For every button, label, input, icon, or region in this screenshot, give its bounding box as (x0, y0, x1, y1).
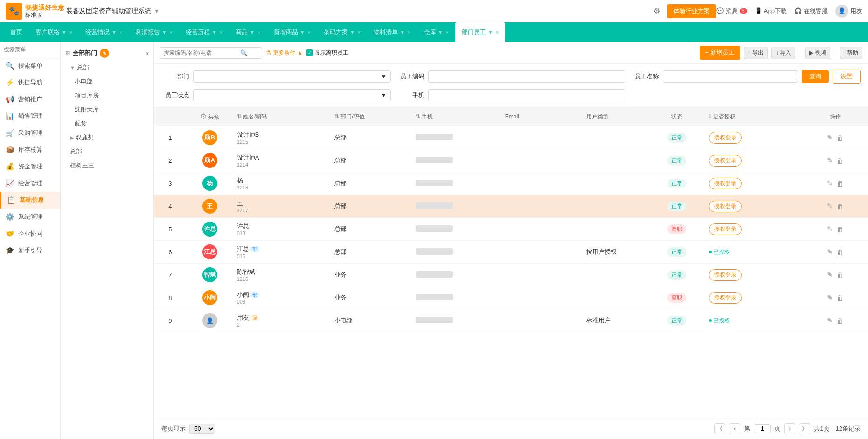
trial-button[interactable]: 体验行业方案 (667, 4, 716, 18)
sidebar-item-搜索菜单[interactable]: 🔍 搜索菜单 (0, 57, 60, 74)
nav-tab-新增商品[interactable]: 新增商品▼× (267, 22, 317, 42)
nav-tab-条码方案[interactable]: 条码方案▼× (317, 22, 367, 42)
nav-tab-部门员工[interactable]: 部门员工▼× (455, 22, 505, 42)
auth-login-button[interactable]: 授权登录 (709, 178, 742, 189)
nav-tab-close[interactable]: × (257, 29, 260, 35)
message-button[interactable]: 💬 消息 5 (716, 7, 747, 15)
more-conditions-button[interactable]: ⚗ 更多条件 ▲ (266, 49, 303, 57)
nav-tab-物料清单[interactable]: 物料清单▼× (367, 22, 417, 42)
nav-tab-利润报告[interactable]: 利润报告▼× (129, 22, 179, 42)
query-button[interactable]: 查询 (802, 70, 829, 83)
next-page-button[interactable]: › (784, 423, 795, 434)
nav-tab-close[interactable]: × (69, 29, 72, 35)
dept-edit-button[interactable]: ✎ (100, 49, 109, 58)
nav-tab-close[interactable]: × (119, 29, 122, 35)
show-former-toggle[interactable]: ✓ 显示离职员工 (306, 49, 348, 57)
sidebar-item-基础信息[interactable]: 📋 基础信息 (0, 192, 60, 209)
nav-tab-客户联络[interactable]: 客户联络▼× (29, 22, 79, 42)
dept-item-总部[interactable]: ▼总部 (61, 61, 153, 75)
page-size-select[interactable]: 50 20 100 (189, 424, 215, 434)
edit-button[interactable]: ✎ (827, 202, 833, 210)
sidebar-item-采购管理[interactable]: 🛒 采购管理 (0, 125, 60, 141)
last-page-button[interactable]: 》 (799, 423, 810, 434)
dept-item-配货[interactable]: 配货 (61, 117, 153, 131)
delete-button[interactable]: 🗑 (837, 248, 844, 256)
edit-button[interactable]: ✎ (827, 156, 833, 165)
sidebar-item-经营管理[interactable]: 📈 经营管理 (0, 175, 60, 192)
export-button[interactable]: ↑ 导出 (744, 47, 768, 59)
help-button[interactable]: | 帮助 (840, 47, 862, 59)
sidebar-item-营销推广[interactable]: 📢 营销推广 (0, 91, 60, 108)
import-button[interactable]: ↓ 导入 (771, 47, 795, 59)
nav-tab-经营历程[interactable]: 经营历程▼× (179, 22, 229, 42)
add-employee-button[interactable]: + 新增员工 (700, 46, 740, 60)
auth-login-button[interactable]: 授权登录 (709, 132, 742, 144)
sidebar-search-input[interactable] (4, 46, 61, 53)
nav-tab-商品[interactable]: 商品▼× (229, 22, 267, 42)
video-button[interactable]: ▶ 视频 (805, 47, 830, 59)
status-filter-select[interactable]: ▼ (193, 89, 391, 101)
settings-icon[interactable]: ⚙ (200, 112, 207, 120)
sort-icon-name[interactable]: ⇅ (237, 113, 242, 120)
sidebar-item-企业协同[interactable]: 🤝 企业协同 (0, 225, 60, 242)
nav-tab-仓库[interactable]: 仓库▼× (417, 22, 455, 42)
sys-title-arrow[interactable]: ▼ (154, 8, 160, 14)
delete-button[interactable]: 🗑 (837, 157, 844, 165)
sidebar-item-资金管理[interactable]: 💰 资金管理 (0, 158, 60, 175)
sidebar-item-快捷导航[interactable]: ⚡ 快捷导航 (0, 74, 60, 91)
edit-button[interactable]: ✎ (827, 293, 833, 302)
edit-button[interactable]: ✎ (827, 179, 833, 188)
app-download-button[interactable]: 📱 App下载 (755, 7, 787, 15)
nav-tab-close[interactable]: × (308, 29, 311, 35)
delete-button[interactable]: 🗑 (837, 294, 844, 302)
auth-login-button[interactable]: 授权登录 (709, 269, 742, 281)
dept-item-沈阳大库[interactable]: 沈阳大库 (61, 103, 153, 117)
first-page-button[interactable]: 《 (714, 423, 725, 434)
page-input[interactable] (754, 424, 771, 433)
edit-button[interactable]: ✎ (827, 316, 833, 325)
sidebar-item-新手引导[interactable]: 🎓 新手引导 (0, 242, 60, 259)
prev-page-button[interactable]: ‹ (729, 423, 740, 434)
sidebar-item-库存核算[interactable]: 📦 库存核算 (0, 141, 60, 158)
sidebar-item-系统管理[interactable]: ⚙️ 系统管理 (0, 209, 60, 225)
set-button[interactable]: 设置 (833, 70, 861, 84)
nav-tab-close[interactable]: × (170, 29, 173, 35)
dept-item-总部[interactable]: 总部 (61, 145, 153, 159)
auth-login-button[interactable]: 授权登录 (709, 201, 742, 212)
edit-button[interactable]: ✎ (827, 248, 833, 256)
empname-filter-input[interactable] (663, 70, 798, 83)
delete-button[interactable]: 🗑 (837, 225, 844, 233)
dept-item-双鹿想[interactable]: ▶双鹿想 (61, 131, 153, 145)
sidebar-item-销售管理[interactable]: 📊 销售管理 (0, 108, 60, 125)
phone-filter-input[interactable] (428, 89, 626, 101)
dept-filter-select[interactable]: ▼ (193, 70, 391, 83)
gear-button[interactable]: ⚙ (650, 5, 663, 18)
dept-collapse-button[interactable]: « (145, 49, 149, 57)
nav-tab-close[interactable]: × (358, 29, 361, 35)
edit-button[interactable]: ✎ (827, 271, 833, 279)
online-service-button[interactable]: 🎧 在线客服 (794, 7, 828, 15)
search-input[interactable] (164, 49, 238, 56)
empcode-filter-input[interactable] (428, 70, 626, 83)
auth-login-button[interactable]: 授权登录 (709, 155, 742, 167)
dept-item-项目库房[interactable]: 项目库房 (61, 89, 153, 103)
nav-tab-首页[interactable]: 首页 (4, 22, 29, 42)
delete-button[interactable]: 🗑 (837, 202, 844, 210)
user-area[interactable]: 👤 用友 (835, 5, 862, 18)
nav-tab-close[interactable]: × (408, 29, 410, 35)
delete-button[interactable]: 🗑 (837, 180, 844, 188)
dept-item-植树王三[interactable]: 植树王三 (61, 159, 153, 173)
delete-button[interactable]: 🗑 (837, 317, 844, 325)
edit-button[interactable]: ✎ (827, 133, 833, 142)
nav-tab-经营情况[interactable]: 经营情况▼× (79, 22, 129, 42)
sort-icon-phone[interactable]: ⇅ (416, 113, 420, 120)
nav-tab-close[interactable]: × (220, 29, 222, 35)
dept-item-小电部[interactable]: 小电部 (61, 75, 153, 89)
sort-icon-dept[interactable]: ⇅ (334, 113, 339, 120)
edit-button[interactable]: ✎ (827, 225, 833, 233)
nav-tab-close[interactable]: × (446, 29, 449, 35)
auth-login-button[interactable]: 授权登录 (709, 292, 742, 304)
auth-login-button[interactable]: 授权登录 (709, 223, 742, 235)
nav-tab-close[interactable]: × (496, 29, 499, 35)
delete-button[interactable]: 🗑 (837, 134, 844, 142)
